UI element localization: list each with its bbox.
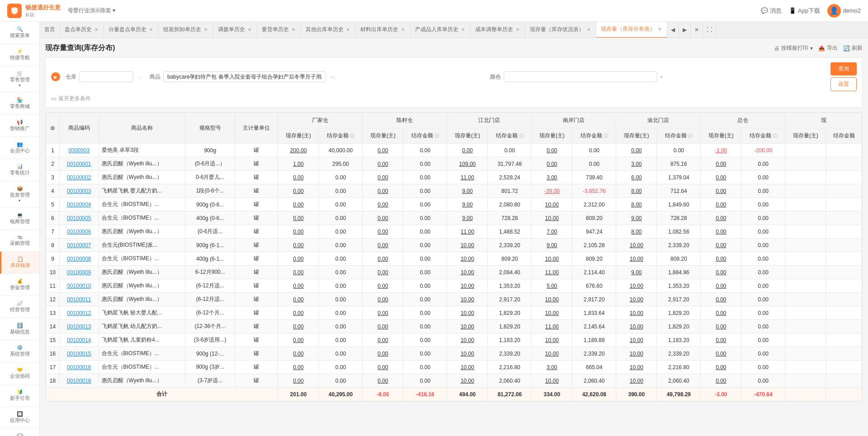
row-chenshi-qty[interactable]: 0.00 — [363, 279, 403, 293]
tab-transfer[interactable]: 调拨单历史 ✕ — [213, 22, 257, 38]
row-jiangbei-qty[interactable]: 109.00 — [447, 157, 488, 171]
sidebar-item-operations[interactable]: 📈 经营管理 — [0, 296, 39, 318]
tab-close-5[interactable]: ✕ — [291, 27, 296, 33]
expand-toggle[interactable]: ▶ — [51, 72, 60, 81]
refresh-btn[interactable]: 🔄 刷新 — [843, 44, 863, 52]
row-nanan-qty[interactable]: 9.00 — [532, 239, 572, 252]
row-yubeimen-qty[interactable]: 8.00 — [616, 184, 657, 198]
row-code[interactable]: 00100007 — [60, 239, 99, 252]
row-total-qty[interactable]: 0.00 — [701, 293, 741, 306]
query-button[interactable]: 查询 — [830, 62, 857, 75]
sidebar-item-member[interactable]: 👥 会员中心 — [0, 137, 39, 159]
row-chenshi-qty[interactable]: 0.00 — [363, 374, 403, 388]
sidebar-item-ecommerce[interactable]: 💻 电商管理 — [0, 208, 39, 230]
row-jiangbei-qty[interactable]: 10.00 — [447, 347, 488, 361]
row-chenshi-qty[interactable]: 0.00 — [363, 266, 403, 279]
sidebar-item-basic[interactable]: ℹ️ 基础信息 — [0, 318, 39, 340]
tab-close-6[interactable]: ✕ — [345, 27, 351, 33]
row-jiangbei-qty[interactable]: 10.00 — [447, 252, 488, 266]
row-chenshi-qty[interactable]: 0.00 — [363, 211, 403, 225]
sidebar-item-marketing[interactable]: 📢 营销推广 — [0, 115, 39, 137]
row-yubeimen-qty[interactable]: 10.00 — [616, 333, 657, 347]
row-jiangbei-qty[interactable]: 10.00 — [447, 374, 488, 388]
row-code[interactable]: 00100009 — [60, 266, 99, 279]
row-chenshi-qty[interactable]: 0.00 — [363, 184, 403, 198]
sidebar-item-inventory[interactable]: 📋 库存核算 — [0, 252, 39, 274]
row-yubeimen-qty[interactable]: 9.00 — [616, 266, 657, 279]
message-btn[interactable]: 💬 消息 — [761, 7, 782, 15]
tab-production-in[interactable]: 产成品入库单历史 ✕ — [410, 22, 471, 38]
row-code[interactable]: 00100005 — [60, 211, 99, 225]
row-yubeimen-qty[interactable]: 10.00 — [616, 252, 657, 266]
row-code[interactable]: 00100011 — [60, 293, 99, 306]
chenshi-amt-info[interactable]: ⓘ — [434, 133, 439, 138]
sidebar-item-wholesale[interactable]: 📦 批发管理 ▾ — [0, 181, 39, 208]
row-jiangbei-qty[interactable]: 0.00 — [447, 144, 488, 157]
row-factory-qty[interactable]: 0.00 — [278, 347, 319, 361]
row-chenshi-qty[interactable]: 0.00 — [363, 157, 403, 171]
export-btn[interactable]: 📤 导出 — [818, 44, 838, 52]
row-total-qty[interactable]: 0.00 — [701, 347, 741, 361]
row-total-qty[interactable]: 0.00 — [701, 266, 741, 279]
sidebar-item-purchase[interactable]: 🛍 采购管理 — [0, 230, 39, 252]
tab-close-4[interactable]: ✕ — [247, 27, 252, 33]
row-yubeimen-qty[interactable]: 10.00 — [616, 361, 657, 374]
row-chenshi-qty[interactable]: 0.00 — [363, 306, 403, 320]
row-code[interactable]: 00100003 — [60, 184, 99, 198]
tab-portion-stocktake[interactable]: 分量盘点单历史 ✕ — [104, 22, 159, 38]
color-input[interactable] — [504, 71, 657, 82]
row-total-qty[interactable]: 0.00 — [701, 157, 741, 171]
tab-prev-btn[interactable]: ◀ — [667, 22, 679, 38]
jiangbei-amt-info[interactable]: ⓘ — [519, 133, 524, 138]
row-nanan-qty[interactable]: 7.00 — [532, 225, 572, 239]
org-selector[interactable]: 母婴行业演示陈套 ▾ — [68, 7, 115, 14]
row-total-qty[interactable]: 0.00 — [701, 252, 741, 266]
row-factory-qty[interactable]: 0.00 — [278, 239, 319, 252]
tab-close-1[interactable]: ✕ — [94, 27, 99, 33]
row-chenshi-qty[interactable]: 0.00 — [363, 293, 403, 306]
row-factory-qty[interactable]: 0.00 — [278, 198, 319, 211]
row-total-qty[interactable]: -1.00 — [701, 144, 741, 157]
row-total-qty[interactable]: 0.00 — [701, 279, 741, 293]
row-total-qty[interactable]: 0.00 — [701, 361, 741, 374]
row-jiangbei-qty[interactable]: 10.00 — [447, 239, 488, 252]
row-code[interactable]: 00100015 — [60, 347, 99, 361]
sidebar-item-retail-stats[interactable]: 📊 零售统计 — [0, 159, 39, 181]
row-yubeimen-qty[interactable]: 3.00 — [616, 157, 657, 171]
row-code[interactable]: 0000003 — [60, 144, 99, 157]
row-jiangbei-qty[interactable]: 10.00 — [447, 361, 488, 374]
tab-close-7[interactable]: ✕ — [400, 27, 406, 33]
row-jiangbei-qty[interactable]: 10.00 — [447, 279, 488, 293]
row-yubeimen-qty[interactable]: 10.00 — [616, 293, 657, 306]
sidebar-item-nav[interactable]: ⚡ 快捷导航 — [0, 44, 39, 66]
row-nanan-qty[interactable]: 11.00 — [532, 320, 572, 333]
row-code[interactable]: 00100001 — [60, 157, 99, 171]
th-gear[interactable]: ⚙ — [46, 113, 60, 144]
row-nanan-qty[interactable]: 0.00 — [532, 144, 572, 157]
print-btn[interactable]: 🖨 按模板打印 ▾ — [774, 44, 813, 52]
row-jiangbei-qty[interactable]: 10.00 — [447, 306, 488, 320]
product-input[interactable] — [163, 71, 326, 82]
row-chenshi-qty[interactable]: 0.00 — [363, 225, 403, 239]
row-yubeimen-qty[interactable]: 10.00 — [616, 306, 657, 320]
row-code[interactable]: 00100002 — [60, 171, 99, 184]
row-yubeimen-qty[interactable]: 0.00 — [616, 144, 657, 157]
row-yubeimen-qty[interactable]: 9.00 — [616, 211, 657, 225]
row-factory-qty[interactable]: 0.00 — [278, 361, 319, 374]
row-total-qty[interactable]: 0.00 — [701, 239, 741, 252]
row-chenshi-qty[interactable]: 0.00 — [363, 361, 403, 374]
row-chenshi-qty[interactable]: 0.00 — [363, 171, 403, 184]
row-chenshi-qty[interactable]: 0.00 — [363, 252, 403, 266]
row-yubeimen-qty[interactable]: 6.00 — [616, 171, 657, 184]
row-code[interactable]: 00100006 — [60, 225, 99, 239]
row-factory-qty[interactable]: 0.00 — [278, 320, 319, 333]
row-chenshi-qty[interactable]: 0.00 — [363, 333, 403, 347]
row-total-qty[interactable]: 0.00 — [701, 333, 741, 347]
row-nanan-qty[interactable]: 3.00 — [532, 361, 572, 374]
row-factory-qty[interactable]: 0.00 — [278, 225, 319, 239]
row-jiangbei-qty[interactable]: 10.00 — [447, 293, 488, 306]
expand-more-btn[interactable]: ▿▿ 展开更多条件 — [51, 95, 857, 103]
yubeimen-amt-info[interactable]: ⓘ — [688, 133, 693, 138]
tab-close-2[interactable]: ✕ — [148, 27, 154, 33]
row-total-qty[interactable]: 0.00 — [701, 184, 741, 198]
